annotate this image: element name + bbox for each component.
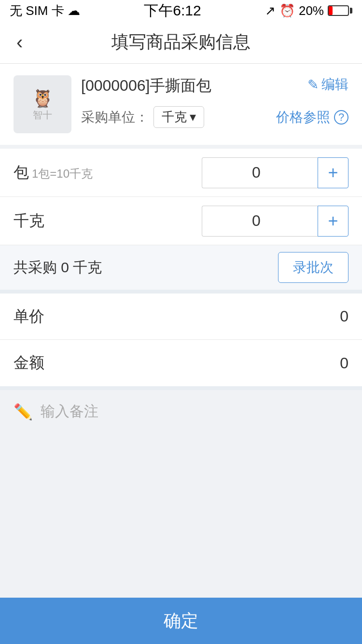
product-logo: 🦉 智十 (32, 88, 54, 120)
edit-label: 编辑 (321, 75, 348, 94)
summary-unit: 千克 (73, 259, 102, 275)
edit-button[interactable]: ✎ 编辑 (307, 75, 348, 94)
confirm-button-label: 确定 (164, 609, 198, 633)
nav-bar: ‹ 填写商品采购信息 (0, 21, 362, 64)
price-row-unit: 单价 0 (0, 294, 362, 340)
summary-text: 共采购 0 千克 (14, 258, 102, 278)
dropdown-icon: ▾ (190, 110, 196, 125)
confirm-button[interactable]: 确定 (0, 598, 362, 644)
product-info: [0000006]手撕面包 ✎ 编辑 采购单位： 千克 ▾ 价格参照 ? (81, 75, 348, 128)
quantity-section: 包1包=10千克 + 千克 + (0, 149, 362, 245)
product-name-row: [0000006]手撕面包 ✎ 编辑 (81, 75, 348, 97)
signal-text: 无 SIM 卡 ☁ (10, 2, 80, 19)
summary-prefix: 共采购 (14, 259, 57, 275)
price-row-amount: 金额 0 (0, 340, 362, 386)
info-icon: ? (334, 110, 348, 125)
price-ref-button[interactable]: 价格参照 ? (276, 108, 348, 126)
amount-value: 0 (340, 354, 348, 372)
note-section[interactable]: ✏️ 输入备注 (0, 390, 362, 433)
quantity-input-kg[interactable] (202, 206, 318, 237)
page-title: 填写商品采购信息 (111, 30, 251, 54)
alarm-icon: ⏰ (279, 3, 295, 18)
quantity-row-bag: 包1包=10千克 + (0, 149, 362, 197)
battery-text: 20% (299, 3, 324, 18)
unit-value: 千克 (162, 109, 187, 126)
note-placeholder: 输入备注 (41, 402, 98, 421)
quantity-label-bag: 包1包=10千克 (14, 162, 93, 183)
main-content-spacer (0, 433, 362, 626)
record-batch-button[interactable]: 录批次 (278, 252, 348, 283)
status-bar: 无 SIM 卡 ☁ 下午6:12 ↗ ⏰ 20% (0, 0, 362, 21)
summary-row: 共采购 0 千克 录批次 (0, 245, 362, 294)
price-ref-label: 价格参照 (276, 108, 330, 126)
quantity-input-bag[interactable] (202, 157, 318, 188)
product-name: [0000006]手撕面包 (81, 75, 211, 97)
price-section: 单价 0 金额 0 (0, 294, 362, 390)
quantity-input-wrap-bag: + (93, 157, 348, 188)
status-left: 无 SIM 卡 ☁ (10, 2, 80, 19)
quantity-input-wrap-kg: + (81, 206, 348, 237)
battery-icon (328, 5, 352, 16)
unit-price-value: 0 (340, 308, 348, 325)
quantity-label-kg: 千克 (14, 210, 81, 232)
purchase-unit-label: 采购单位： (81, 108, 149, 126)
quantity-plus-bag[interactable]: + (318, 157, 348, 188)
status-time: 下午6:12 (144, 1, 201, 21)
unit-select[interactable]: 千克 ▾ (153, 106, 204, 128)
status-right: ↗ ⏰ 20% (265, 3, 352, 18)
unit-price-label: 单价 (14, 306, 44, 327)
pencil-icon: ✏️ (14, 403, 33, 421)
quantity-row-kg: 千克 + (0, 197, 362, 245)
quantity-sublabel-bag: 1包=10千克 (32, 167, 93, 180)
product-image: 🦉 智十 (14, 75, 71, 133)
summary-amount: 0 (61, 259, 73, 275)
purchase-unit-row: 采购单位： 千克 ▾ 价格参照 ? (81, 106, 348, 128)
amount-label: 金额 (14, 352, 44, 374)
quantity-plus-kg[interactable]: + (318, 206, 348, 237)
location-icon: ↗ (265, 3, 276, 18)
back-button[interactable]: ‹ (12, 27, 28, 58)
product-card: 🦉 智十 [0000006]手撕面包 ✎ 编辑 采购单位： 千克 ▾ 价格参照 … (0, 64, 362, 149)
edit-icon: ✎ (307, 77, 319, 93)
